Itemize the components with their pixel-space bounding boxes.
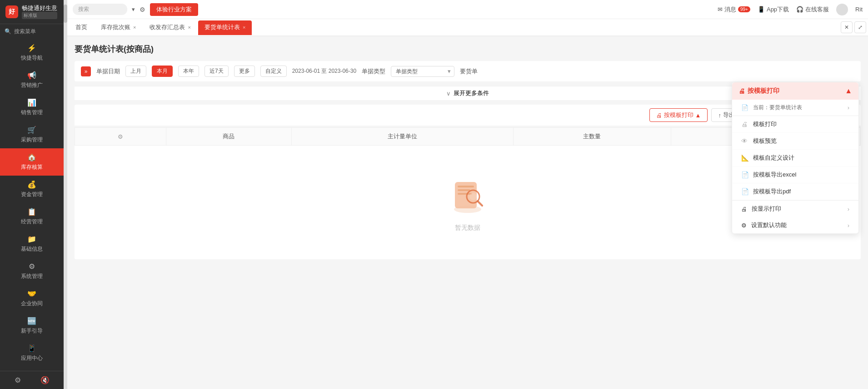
filter-type-select-wrap: 单据类型 ▾	[391, 66, 454, 77]
app-download-btn[interactable]: 📱 App下载	[758, 5, 789, 14]
headset-icon: 🎧	[796, 6, 803, 13]
svg-rect-2	[458, 186, 474, 187]
sidebar-item-appstore[interactable]: 📱 应用中心	[0, 339, 64, 367]
filter-date-range: 2023-06-01 至 2023-06-30	[292, 67, 356, 75]
sidebar-item-purchase[interactable]: 🛒 采购管理	[0, 121, 64, 148]
sidebar-item-enterprise[interactable]: 🤝 企业协同	[0, 285, 64, 312]
sidebar: 好 畅捷通好生意 标准版 🔍 搜索菜单 ⚡ 快捷导航 📢 营销推广 📊 销售管理…	[0, 0, 64, 389]
print-dropdown-title: 🖨 按模板打印	[738, 87, 779, 95]
topbar-search-display: 搜索	[73, 4, 127, 15]
template-print-label: 模板打印	[753, 120, 777, 128]
filter-custom-btn[interactable]: 自定义	[260, 66, 287, 77]
mute-icon[interactable]: 🔇	[40, 376, 50, 384]
table-col-unit: 主计量单位	[291, 128, 513, 146]
sidebar-item-sales[interactable]: 📊 销售管理	[0, 94, 64, 121]
current-item-label: 当前：要货单统计表	[753, 104, 802, 111]
sidebar-item-label: 系统管理	[21, 273, 43, 280]
system-icon: ⚙	[29, 262, 35, 271]
printer-icon: 🖨	[656, 112, 662, 119]
sidebar-search[interactable]: 🔍 搜索菜单	[0, 24, 64, 39]
print-default-func-item[interactable]: ⚙ 设置默认功能 ›	[732, 217, 858, 233]
filter-more-btn[interactable]: 更多	[234, 66, 255, 77]
tab-inventory-batch[interactable]: 库存批次账 ×	[95, 20, 142, 35]
sidebar-item-label: 营销推广	[21, 81, 43, 89]
app-download-label: App下载	[767, 5, 789, 14]
message-label: 消息	[724, 5, 736, 14]
search-icon: 🔍	[5, 28, 11, 35]
current-item-chevron: ›	[848, 104, 849, 111]
print-template-preview-item[interactable]: 👁 模板预览	[732, 133, 858, 150]
filter-this-month-btn[interactable]: 本月	[152, 66, 173, 77]
main-area: 搜索 ▾ ⚙ 体验行业方案 ✉ 消息 99+ 📱 App下载 🎧 在线客服 Ri…	[67, 0, 868, 389]
tab-order-stats-close[interactable]: ×	[243, 25, 245, 30]
template-preview-icon: 👁	[741, 137, 748, 145]
settings-icon[interactable]: ⚙	[15, 376, 21, 384]
purchase-icon: 🛒	[27, 126, 36, 134]
print-template-design-item[interactable]: 📐 模板自定义设计	[732, 150, 858, 167]
template-design-label: 模板自定义设计	[753, 154, 794, 162]
app-download-icon: 📱	[758, 6, 765, 13]
tab-inventory-batch-close[interactable]: ×	[133, 25, 136, 30]
sidebar-search-label: 搜索菜单	[14, 28, 36, 35]
tab-fullscreen-btn[interactable]: ⤢	[854, 21, 866, 33]
print-dropdown-current[interactable]: 📄 当前：要货单统计表 ›	[732, 100, 858, 116]
current-item-icon: 📄	[741, 104, 748, 111]
print-btn-label: 按模板打印	[664, 111, 693, 119]
app-logo: 好 畅捷通好生意 标准版	[0, 0, 64, 24]
print-template-excel-item[interactable]: 📄 按模板导出excel	[732, 167, 858, 183]
filter-bar: » 单据日期 上月 本月 本年 近7天 更多 自定义 2023-06-01 至 …	[75, 61, 861, 81]
tabbar-actions: ✕ ⤢	[841, 21, 866, 33]
sidebar-item-inventory[interactable]: 🏠 库存核算	[0, 148, 64, 176]
quick-nav-icon: ⚡	[27, 44, 36, 52]
topbar-dropdown-icon[interactable]: ▾	[132, 6, 135, 13]
message-btn[interactable]: ✉ 消息 99+	[718, 5, 750, 14]
print-template-pdf-item[interactable]: 📄 按模板导出pdf	[732, 183, 858, 200]
sidebar-item-label: 经营管理	[21, 218, 43, 226]
table-col-quantity: 主数量	[513, 128, 671, 146]
sidebar-item-quick-nav[interactable]: ⚡ 快捷导航	[0, 39, 64, 66]
print-btn[interactable]: 🖨 按模板打印 ▲	[649, 108, 708, 122]
user-name[interactable]: Rit	[855, 6, 863, 13]
message-badge: 99+	[738, 6, 750, 12]
empty-state-icon	[445, 173, 490, 218]
print-dropdown-header: 🖨 按模板打印 ▲	[732, 82, 858, 100]
export-icon: ↑	[718, 112, 721, 119]
default-func-icon: ⚙	[741, 222, 747, 229]
template-excel-label: 按模板导出excel	[753, 171, 796, 179]
tab-close-all-btn[interactable]: ✕	[841, 21, 853, 33]
filter-7days-btn[interactable]: 近7天	[205, 66, 229, 77]
date-filter-label: 单据日期	[96, 67, 120, 76]
sidebar-item-label: 库存核算	[21, 163, 43, 171]
svg-rect-4	[458, 193, 472, 195]
expand-more-icon: ∨	[446, 90, 451, 97]
sidebar-scrollbar[interactable]	[64, 0, 67, 389]
sidebar-item-guide[interactable]: 🆕 新手引导	[0, 312, 64, 339]
sidebar-item-wechat[interactable]: 💬 企业微信	[0, 367, 64, 371]
sidebar-item-basic[interactable]: 📁 基础信息	[0, 230, 64, 258]
user-avatar[interactable]	[836, 4, 848, 15]
print-template-print-item[interactable]: 🖨 模板打印	[732, 116, 858, 133]
tab-inventory-batch-label: 库存批次账	[101, 23, 130, 31]
tab-home[interactable]: 首页	[69, 20, 94, 35]
online-service-btn[interactable]: 🎧 在线客服	[796, 5, 829, 14]
tabbar: 首页 库存批次账 × 收发存汇总表 × 要货单统计表 × ✕ ⤢	[67, 19, 868, 36]
topbar-gear-icon[interactable]: ⚙	[140, 6, 145, 13]
filter-expand-icon[interactable]: »	[81, 66, 91, 76]
page-title: 要货单统计表(按商品)	[75, 44, 861, 55]
table-col-settings[interactable]: ⚙	[75, 128, 166, 146]
filter-type-select[interactable]: 单据类型	[391, 66, 454, 77]
tab-collection-summary[interactable]: 收发存汇总表 ×	[143, 20, 197, 35]
sidebar-item-system[interactable]: ⚙ 系统管理	[0, 258, 64, 285]
table-settings-icon: ⚙	[118, 133, 123, 140]
sidebar-item-marketing[interactable]: 📢 营销推广	[0, 66, 64, 94]
filter-last-month-btn[interactable]: 上月	[125, 66, 146, 77]
print-display-print-item[interactable]: 🖨 按显示打印 ›	[732, 201, 858, 217]
filter-this-year-btn[interactable]: 本年	[178, 66, 199, 77]
sidebar-item-label: 采购管理	[21, 136, 43, 144]
sidebar-item-finance[interactable]: 💰 资金管理	[0, 176, 64, 203]
tab-collection-summary-close[interactable]: ×	[188, 25, 190, 30]
tab-order-stats[interactable]: 要货单统计表 ×	[198, 20, 252, 35]
sidebar-item-operations[interactable]: 📋 经营管理	[0, 203, 64, 230]
print-dropdown-close-btn[interactable]: ▲	[845, 87, 852, 95]
trial-btn[interactable]: 体验行业方案	[150, 3, 198, 16]
